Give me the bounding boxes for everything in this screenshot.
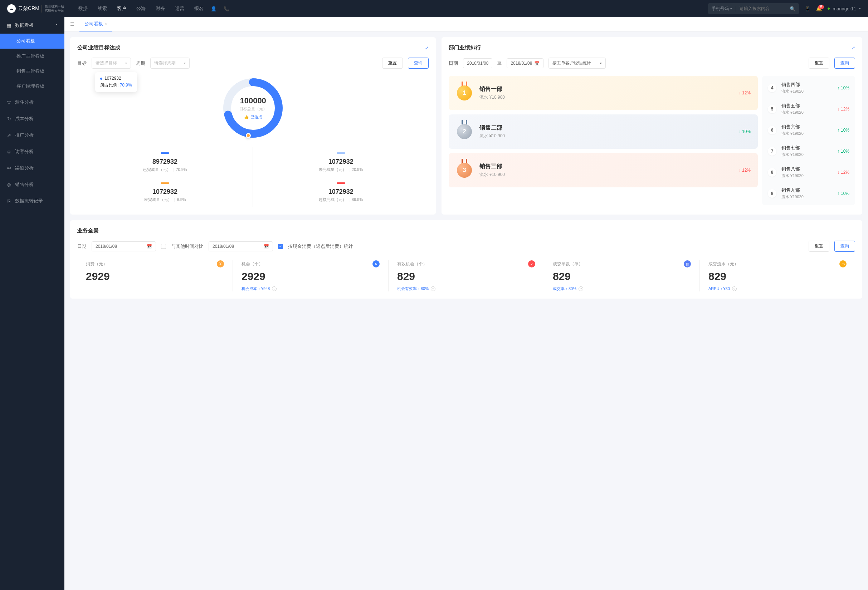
stat-cell: 有效机会（个）✓829机会有效率：80% ?	[388, 260, 544, 291]
business-overview-card: 业务全景 日期 2018/01/08📅 与其他时间对比 2018/01/08📅 …	[70, 220, 862, 299]
date-to-input[interactable]: 2018/01/08📅	[506, 58, 543, 68]
sidebar-sub-1[interactable]: 推广主管看板	[0, 49, 64, 64]
search-group: 手机号码 ▾ 🔍	[708, 3, 799, 14]
user-icon[interactable]: 👤	[211, 6, 217, 12]
sidebar-item-5[interactable]: ◎销售分析	[0, 176, 64, 193]
tab-company-dashboard[interactable]: 公司看板 ×	[80, 17, 112, 31]
sidebar: ▦ 数据看板 ⌃ 公司看板推广主管看板销售主管看板客户经理看板 ▽漏斗分析↻成本…	[0, 0, 64, 590]
stat-icon: ✓	[528, 260, 535, 268]
sidebar-item-0[interactable]: ▽漏斗分析	[0, 94, 64, 110]
date-from-input[interactable]: 2018/01/08	[463, 58, 492, 68]
search-button[interactable]: 🔍	[786, 6, 799, 12]
help-icon[interactable]: ?	[272, 287, 276, 291]
query-button[interactable]: 查询	[834, 57, 855, 69]
rank-row[interactable]: 6销售六部流水 ¥19020↑ 10%	[762, 119, 855, 141]
metric-cell: 1072932未完成量（元）|20.9%	[253, 147, 429, 177]
compare-date-input[interactable]: 2018/01/08📅	[208, 241, 273, 252]
help-icon[interactable]: ?	[431, 287, 435, 291]
search-type-select[interactable]: 手机号码 ▾	[708, 6, 736, 12]
top-nav: ☁ 云朵CRM 教育机构一站式服务云平台 数据线索客户公海财务运营报名 👤 📞 …	[0, 0, 868, 17]
nav-item-5[interactable]: 运营	[175, 5, 184, 12]
mobile-icon[interactable]: 📱	[805, 6, 810, 12]
sidebar-item-2[interactable]: ⬀推广分析	[0, 127, 64, 143]
rank-podium-item[interactable]: 3销售三部流水 ¥10,900↓ 12%	[449, 153, 758, 187]
target-achievement-card: 公司业绩目标达成 ⤢ 目标 请选择目标▾ 周期 请选择周期▾ 重置 查询 107…	[70, 37, 436, 215]
rank-row[interactable]: 9销售九部流水 ¥19020↑ 10%	[762, 183, 855, 204]
reset-button[interactable]: 重置	[809, 241, 830, 252]
stat-cell: 成交单数（单）▤829成交率：80% ?	[544, 260, 700, 291]
nav-item-1[interactable]: 线索	[98, 5, 107, 12]
close-icon[interactable]: ×	[105, 22, 107, 26]
sidebar-sub-3[interactable]: 客户经理看板	[0, 79, 64, 94]
logo[interactable]: ☁ 云朵CRM 教育机构一站式服务云平台	[7, 4, 64, 13]
nav-item-6[interactable]: 报名	[194, 5, 204, 12]
sidebar-sub-2[interactable]: 销售主管看板	[0, 64, 64, 79]
sidebar-item-4[interactable]: ⚯渠道分析	[0, 160, 64, 176]
sidebar-group-dashboard[interactable]: ▦ 数据看板 ⌃	[0, 17, 64, 34]
compare-checkbox[interactable]	[161, 244, 166, 249]
rank-row[interactable]: 5销售五部流水 ¥19020↓ 12%	[762, 99, 855, 119]
sidebar-sub-0[interactable]: 公司看板	[0, 34, 64, 49]
target-select[interactable]: 请选择目标▾	[92, 57, 131, 69]
query-button[interactable]: 查询	[834, 241, 855, 252]
chevron-up-icon: ⌃	[55, 24, 58, 28]
stat-icon: ▤	[684, 260, 691, 268]
chevron-down-icon: ▾	[859, 7, 861, 10]
help-icon[interactable]: ?	[579, 287, 583, 291]
reset-button[interactable]: 重置	[382, 57, 403, 69]
rank-row[interactable]: 4销售四部流水 ¥19020↑ 10%	[762, 77, 855, 99]
date-input[interactable]: 2018/01/08📅	[92, 241, 156, 252]
cloud-icon: ☁	[7, 4, 16, 13]
notifications-button[interactable]: 🔔 5	[816, 6, 822, 12]
status-dot	[828, 7, 830, 10]
calendar-icon: 📅	[147, 244, 152, 249]
dept-ranking-card: 部门业绩排行 ⤢ 日期 2018/01/08 至 2018/01/08📅 按工单…	[441, 37, 862, 215]
stat-icon: ▭	[839, 260, 847, 268]
stat-icon: ➤	[372, 260, 379, 268]
stat-by-select[interactable]: 按工单客户经理统计▾	[549, 57, 606, 69]
nav-item-4[interactable]: 财务	[156, 5, 165, 12]
metric-cell: 1072932应完成量（元）|8.9%	[77, 177, 253, 207]
calendar-icon: 📅	[264, 244, 269, 249]
query-button[interactable]: 查询	[408, 57, 429, 69]
expand-icon[interactable]: ⤢	[425, 46, 429, 50]
cash-checkbox[interactable]: ✓	[278, 244, 283, 249]
help-icon[interactable]: ?	[732, 287, 737, 291]
rank-row[interactable]: 8销售八部流水 ¥19020↓ 12%	[762, 162, 855, 183]
tab-bar: ☰ 公司看板 ×	[64, 17, 868, 31]
nav-item-2[interactable]: 客户	[117, 5, 126, 12]
stat-cell: 机会（个）➤2929机会成本：¥948 ?	[233, 260, 388, 291]
user-menu[interactable]: manager11 ▾	[828, 6, 861, 12]
metric-cell: 1072932超额完成（元）|89.9%	[253, 177, 429, 207]
chart-tooltip: 1072932 所占比例: 70.9%	[95, 72, 137, 92]
metric-cell: 8972932已完成量（元）|70.9%	[77, 147, 253, 177]
achieved-badge: 👍已达成	[244, 115, 262, 120]
nav-item-0[interactable]: 数据	[78, 5, 88, 12]
dashboard-icon: ▦	[6, 23, 12, 28]
reset-button[interactable]: 重置	[809, 57, 830, 69]
period-select[interactable]: 请选择周期▾	[150, 57, 190, 69]
stat-icon: ¥	[217, 260, 224, 268]
rank-podium-item[interactable]: 1销售一部流水 ¥10,900↓ 12%	[449, 76, 758, 110]
sidebar-item-6[interactable]: ⎘数据流转记录	[0, 193, 64, 209]
stat-cell: 消费（元）¥2929	[77, 260, 233, 291]
stat-cell: 成交流水（元）▭829ARPU：¥80 ?	[700, 260, 855, 291]
phone-icon[interactable]: 📞	[224, 6, 229, 12]
rank-row[interactable]: 7销售七部流水 ¥19020↑ 10%	[762, 141, 855, 162]
search-input[interactable]	[736, 6, 786, 11]
expand-icon[interactable]: ⤢	[852, 46, 855, 50]
card-title: 公司业绩目标达成	[77, 44, 120, 51]
sidebar-item-3[interactable]: ☺访客分析	[0, 143, 64, 160]
donut-chart: 100000 目标总量（元） 👍已达成	[221, 76, 285, 140]
calendar-icon: 📅	[534, 61, 540, 66]
nav-item-3[interactable]: 公海	[136, 5, 146, 12]
sidebar-item-1[interactable]: ↻成本分析	[0, 110, 64, 127]
hamburger-icon[interactable]: ☰	[70, 21, 74, 27]
rank-podium-item[interactable]: 2销售二部流水 ¥10,900↑ 10%	[449, 115, 758, 149]
thumbs-up-icon: 👍	[244, 115, 249, 119]
